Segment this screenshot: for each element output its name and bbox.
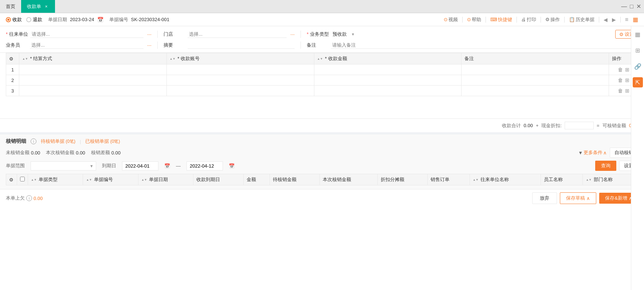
sidebar-expand-icon[interactable]: ⇱	[633, 77, 643, 87]
right-sidebar: ▦ ⊞ 🔗 ⇱	[631, 26, 644, 290]
row-2-note[interactable]	[462, 75, 609, 86]
table-row: 2 🗑 ⊞	[6, 75, 638, 86]
date-to-input[interactable]	[186, 161, 223, 171]
grid-view-icon[interactable]: ▦	[633, 16, 638, 23]
business-type-chevron[interactable]: ▾	[352, 32, 354, 37]
col-gear-verify[interactable]: ⚙	[6, 174, 17, 185]
bottom-bar: 本单上欠 i 0.00 放弃 保存草稿 ∧ 保存&新增 ∧	[0, 189, 644, 207]
unverified-amount-value: 0.00	[31, 150, 40, 156]
nav-right-icon[interactable]: ▶	[612, 17, 616, 23]
staff-more-icon[interactable]: ···	[147, 42, 152, 48]
radio-refund[interactable]: 退款	[26, 16, 42, 23]
range-dropdown[interactable]: ▾	[31, 161, 96, 171]
history-btn[interactable]: 📋 历史单据	[569, 16, 594, 23]
video-btn[interactable]: ⊙ 视频	[444, 16, 458, 23]
print-btn[interactable]: 🖨 打印	[521, 16, 536, 23]
help-btn[interactable]: ⊙ 帮助	[467, 16, 481, 23]
close-icon[interactable]: ✕	[636, 3, 641, 10]
calendar-to-icon[interactable]: 📅	[229, 163, 235, 169]
counterpart-input[interactable]	[30, 31, 144, 38]
abandon-btn[interactable]: 放弃	[532, 192, 557, 204]
staff-label: 业务员	[6, 42, 28, 48]
date-from-input[interactable]	[122, 161, 158, 171]
summary-row: 收款合计 0.00 + 现金折扣: = 可核销金额 0.00	[0, 118, 644, 132]
summary-label: 摘要	[164, 42, 185, 48]
verify-header: 核销明细 i 待核销单据 (0笔) | 已核销单据 (0笔)	[6, 138, 638, 145]
tab-home[interactable]: 首页	[0, 0, 21, 13]
row-2-amount[interactable]	[314, 75, 462, 86]
discount-input[interactable]	[565, 122, 594, 129]
row-3-account[interactable]	[166, 86, 314, 96]
sidebar-table-icon[interactable]: ▦	[633, 29, 643, 39]
form-row-2: 业务员 ··· 摘要 备注	[6, 42, 638, 49]
store-more-icon[interactable]: ···	[290, 31, 295, 37]
row-1-account[interactable]	[166, 64, 314, 75]
note-label: 备注	[307, 42, 329, 48]
tab-close-icon[interactable]: ×	[43, 4, 49, 9]
row-3-amount[interactable]	[314, 86, 462, 96]
shortcuts-btn[interactable]: ⌨ 快捷键	[490, 16, 512, 23]
select-all-checkbox[interactable]	[20, 177, 25, 181]
col-discount: 折扣分摊额	[378, 174, 428, 185]
col-due-date: 收款到期日	[193, 174, 243, 185]
receipt-refund-toggle: 收款 退款	[6, 16, 42, 23]
more-conditions-btn[interactable]: ▼ 更多条件 ∧	[578, 149, 607, 156]
nav-left-icon[interactable]: ◀	[604, 17, 608, 23]
current-amount-value: 0.00	[76, 150, 85, 156]
save-draft-chevron: ∧	[586, 196, 590, 201]
header-divider: |	[80, 139, 81, 144]
row-1-copy-icon[interactable]: ⊞	[625, 67, 629, 72]
staff-input[interactable]	[30, 42, 144, 49]
divider3	[517, 17, 517, 23]
verify-info-icon[interactable]: i	[31, 138, 36, 144]
divider1	[462, 17, 463, 23]
divider7	[620, 17, 621, 23]
per-note-info-icon[interactable]: i	[26, 195, 32, 201]
list-view-icon[interactable]: ≡	[625, 16, 628, 23]
col-dept-name: ▲▼ 部门名称	[583, 174, 638, 185]
col-current-verify: 本次核销金额	[320, 174, 378, 185]
row-3-note[interactable]	[462, 86, 609, 96]
row-2-settlement[interactable]	[19, 75, 167, 86]
top-toolbar: 收款 退款 单据日期 2023-03-24 📅 单据编号 SK-20230324…	[0, 13, 644, 26]
row-1-amount[interactable]	[314, 64, 462, 75]
operations-btn[interactable]: ⚙ 操作	[545, 16, 560, 23]
minimize-icon[interactable]: —	[621, 3, 627, 10]
sidebar-grid-icon[interactable]: ⊞	[633, 45, 643, 55]
row-3-delete-icon[interactable]: 🗑	[618, 88, 623, 94]
verify-filter-row: 单据范围 ▾ 到期日 📅 — 📅 查询 设置	[6, 161, 638, 171]
note-input[interactable]	[331, 42, 638, 49]
store-input[interactable]	[188, 31, 287, 38]
radio-circle-receipt	[6, 17, 11, 22]
row-3-settlement[interactable]	[19, 86, 167, 96]
col-doc-type: ▲▼ 单据类型	[28, 174, 83, 185]
row-2-copy-icon[interactable]: ⊞	[625, 77, 629, 83]
summary-input[interactable]	[188, 42, 295, 49]
pending-link[interactable]: 待核销单据 (0笔)	[41, 138, 75, 145]
radio-receipt[interactable]: 收款	[6, 16, 22, 23]
field-divider-4	[301, 42, 301, 49]
counterpart-more-icon[interactable]: ···	[147, 31, 152, 37]
col-checkbox[interactable]	[17, 174, 28, 185]
query-btn[interactable]: 查询	[595, 161, 616, 171]
verified-link[interactable]: 已核销单据 (0笔)	[85, 138, 120, 145]
col-staff-name: 员工名称	[541, 174, 583, 185]
row-3-copy-icon[interactable]: ⊞	[625, 88, 629, 94]
row-1-note[interactable]	[462, 64, 609, 75]
row-1-delete-icon[interactable]: 🗑	[618, 67, 623, 72]
row-2-delete-icon[interactable]: 🗑	[618, 77, 623, 83]
table-row: 1 🗑 ⊞	[6, 64, 638, 75]
toolbar-actions: ⊙ 视频 ⊙ 帮助 ⌨ 快捷键 🖨 打印 ⚙ 操作	[444, 16, 638, 23]
row-1-settlement[interactable]	[19, 64, 167, 75]
tab-active[interactable]: 收款单 ×	[21, 0, 55, 13]
verify-stats: 未核销金额 0.00 本次核销金额 0.00 核销差额 0.00 ▼ 更多条件 …	[6, 148, 638, 158]
sidebar-link-icon[interactable]: 🔗	[633, 61, 643, 71]
current-amount-stat: 本次核销金额 0.00	[46, 149, 85, 156]
calendar-from-icon[interactable]: 📅	[164, 163, 170, 169]
restore-icon[interactable]: □	[630, 3, 633, 10]
row-2-account[interactable]	[166, 75, 314, 86]
col-sales-order: 销售订单	[428, 174, 470, 185]
save-draft-btn[interactable]: 保存草稿 ∧	[560, 192, 596, 204]
calendar-icon[interactable]: 📅	[97, 17, 103, 23]
col-gear[interactable]: ⚙	[6, 53, 19, 64]
